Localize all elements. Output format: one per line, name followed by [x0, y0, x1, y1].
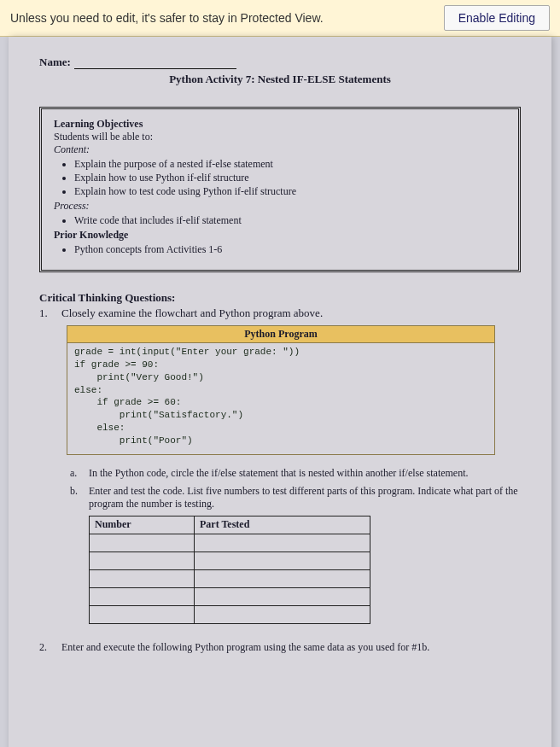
q2-number: 2.: [39, 641, 61, 654]
th-number: Number: [90, 516, 195, 534]
list-item: Explain the purpose of a nested if-else …: [74, 158, 506, 171]
content-list: Explain the purpose of a nested if-else …: [54, 158, 506, 198]
q1a-letter: a.: [70, 467, 89, 480]
question-1: 1. Closely examine the flowchart and Pyt…: [39, 306, 521, 320]
list-item: Python concepts from Activities 1-6: [74, 243, 506, 256]
table-row: [90, 605, 370, 623]
prior-knowledge-heading: Prior Knowledge: [54, 229, 506, 242]
learning-objectives-box: Learning Objectives Students will be abl…: [39, 107, 521, 272]
answer-table: Number Part Tested: [89, 516, 370, 624]
question-2: 2. Enter and execute the following Pytho…: [39, 641, 521, 654]
code-body: grade = int(input("Enter your grade: "))…: [67, 343, 494, 454]
table-row: [90, 551, 370, 569]
document-page: Name: Python Activity 7: Nested IF-ELSE …: [9, 37, 551, 747]
name-field-row: Name:: [39, 55, 521, 69]
th-part-tested: Part Tested: [195, 516, 370, 534]
q2-text: Enter and execute the following Python p…: [61, 641, 429, 654]
table-row: [90, 569, 370, 587]
process-list: Write code that includes if-elif stateme…: [54, 214, 506, 227]
protected-view-message: Unless you need to edit, it's safer to s…: [10, 11, 444, 25]
table-row: [90, 534, 370, 551]
prior-list: Python concepts from Activities 1-6: [54, 243, 506, 256]
enable-editing-button[interactable]: Enable Editing: [444, 5, 550, 31]
q1a: a. In the Python code, circle the if/els…: [70, 467, 521, 480]
list-item: Write code that includes if-elif stateme…: [74, 214, 506, 227]
page-title: Python Activity 7: Nested IF-ELSE Statem…: [39, 73, 521, 86]
q1a-text: In the Python code, circle the if/else s…: [89, 467, 469, 480]
python-program-box: Python Program grade = int(input("Enter …: [67, 325, 495, 455]
q1b: b. Enter and test the code. List five nu…: [70, 485, 521, 511]
content-label: Content:: [54, 143, 506, 156]
q1b-text: Enter and test the code. List five numbe…: [89, 485, 521, 511]
protected-view-bar: Unless you need to edit, it's safer to s…: [0, 0, 560, 37]
name-label: Name:: [39, 55, 71, 69]
q1-number: 1.: [39, 306, 61, 320]
list-item: Explain how to test code using Python if…: [74, 185, 506, 198]
table-header-row: Number Part Tested: [90, 516, 370, 534]
objectives-heading: Learning Objectives: [54, 118, 506, 131]
critical-thinking-heading: Critical Thinking Questions:: [39, 291, 521, 305]
list-item: Explain how to use Python if-elif struct…: [74, 172, 506, 184]
table-row: [90, 587, 370, 605]
objectives-sub: Students will be able to:: [54, 131, 506, 143]
code-header: Python Program: [67, 326, 494, 343]
name-blank-line: [74, 56, 236, 69]
page-container: Name: Python Activity 7: Nested IF-ELSE …: [0, 37, 560, 747]
q1-text: Closely examine the flowchart and Python…: [61, 306, 521, 320]
process-label: Process:: [54, 200, 506, 213]
q1b-letter: b.: [70, 485, 89, 511]
